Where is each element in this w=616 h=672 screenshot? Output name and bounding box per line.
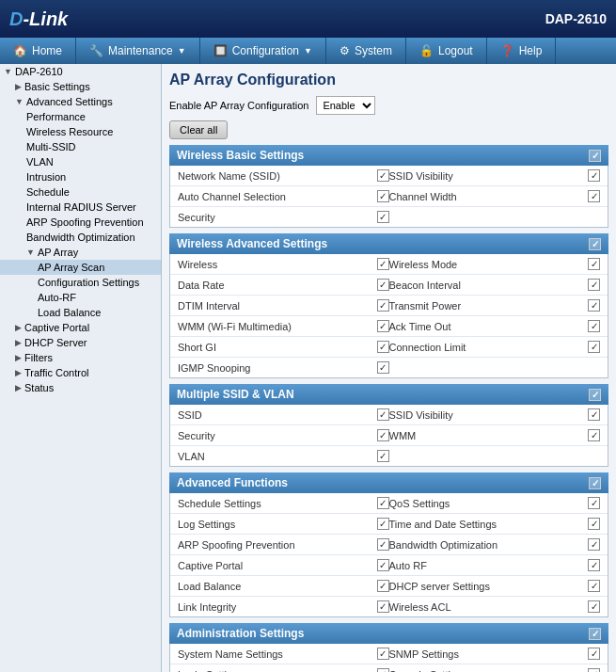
section-checkbox-1[interactable] bbox=[589, 238, 601, 250]
checkbox-left-1-5[interactable] bbox=[377, 361, 389, 374]
checkbox-right-1-1[interactable] bbox=[588, 279, 600, 291]
checkbox-right-3-4[interactable] bbox=[588, 580, 600, 592]
nav-configuration[interactable]: 🔲 Configuration ▼ bbox=[200, 38, 326, 64]
checkbox-left-1-4[interactable] bbox=[377, 341, 389, 353]
sidebar-item-bandwidth[interactable]: Bandwidth Optimization bbox=[0, 230, 161, 245]
sidebar-item-multi-ssid[interactable]: Multi-SSID bbox=[0, 139, 161, 154]
settings-cell-right-3-4: DHCP server Settings bbox=[389, 580, 601, 592]
sidebar-item-vlan[interactable]: VLAN bbox=[0, 154, 161, 169]
checkbox-right-1-2[interactable] bbox=[588, 299, 600, 312]
checkbox-right-2-0[interactable] bbox=[588, 408, 600, 421]
sidebar-item-load-balance[interactable]: Load Balance bbox=[0, 305, 161, 320]
clear-all-button[interactable]: Clear all bbox=[169, 120, 228, 139]
sidebar-label-status: Status bbox=[24, 382, 54, 393]
sidebar-item-ap-array-scan[interactable]: AP Array Scan bbox=[0, 260, 161, 275]
sidebar-item-filters[interactable]: ▶ Filters bbox=[0, 350, 161, 365]
checkbox-left-2-0[interactable] bbox=[377, 408, 389, 421]
section-checkbox-3[interactable] bbox=[589, 477, 601, 489]
checkbox-right-2-1[interactable] bbox=[588, 429, 600, 441]
checkbox-left-0-0[interactable] bbox=[377, 169, 389, 182]
checkbox-right-3-3[interactable] bbox=[588, 559, 600, 571]
navbar: 🏠 Home 🔧 Maintenance ▼ 🔲 Configuration ▼… bbox=[0, 38, 616, 64]
checkbox-left-2-1[interactable] bbox=[377, 429, 389, 441]
checkbox-right-0-0[interactable] bbox=[588, 169, 600, 182]
sidebar-item-radius[interactable]: Internal RADIUS Server bbox=[0, 200, 161, 215]
settings-row-3-4: Load BalanceDHCP server Settings bbox=[170, 576, 608, 597]
nav-help[interactable]: ❓ Help bbox=[487, 38, 557, 64]
section-title-1: Wireless Advanced Settings bbox=[177, 237, 583, 250]
section-checkbox-4[interactable] bbox=[589, 628, 601, 640]
settings-cell-right-3-0: QoS Settings bbox=[389, 497, 601, 509]
checkbox-left-3-4[interactable] bbox=[377, 580, 389, 592]
checkbox-left-0-2[interactable] bbox=[377, 211, 389, 223]
nav-home-label: Home bbox=[32, 44, 62, 57]
checkbox-left-4-0[interactable] bbox=[377, 648, 389, 660]
sidebar-item-captive-portal[interactable]: ▶ Captive Portal bbox=[0, 320, 161, 335]
checkbox-right-4-0[interactable] bbox=[588, 648, 600, 660]
checkbox-right-1-0[interactable] bbox=[588, 258, 600, 270]
checkbox-left-1-3[interactable] bbox=[377, 320, 389, 332]
checkbox-right-3-0[interactable] bbox=[588, 497, 600, 509]
checkbox-left-0-1[interactable] bbox=[377, 190, 389, 202]
cell-label-right-1-2: Transmit Power bbox=[389, 300, 583, 312]
sidebar-label-ap-array: AP Array bbox=[38, 247, 78, 258]
section-header-1: Wireless Advanced Settings bbox=[169, 233, 608, 254]
checkbox-right-3-2[interactable] bbox=[588, 538, 600, 551]
sidebar-item-basic-settings[interactable]: ▶ Basic Settings bbox=[0, 79, 161, 94]
checkbox-right-1-3[interactable] bbox=[588, 320, 600, 332]
sidebar-item-dap2610[interactable]: ▼ DAP-2610 bbox=[0, 64, 161, 79]
sidebar-item-status[interactable]: ▶ Status bbox=[0, 380, 161, 395]
settings-cell-right-4-1: Console Settings bbox=[389, 668, 601, 672]
checkbox-left-3-3[interactable] bbox=[377, 559, 389, 571]
checkbox-left-4-1[interactable] bbox=[377, 668, 389, 672]
checkbox-left-1-1[interactable] bbox=[377, 279, 389, 291]
cell-label-left-2-2: VLAN bbox=[178, 451, 371, 462]
settings-cell-left-1-2: DTIM Interval bbox=[178, 299, 389, 312]
sidebar-item-auto-rf[interactable]: Auto-RF bbox=[0, 290, 161, 305]
checkbox-left-3-5[interactable] bbox=[377, 600, 389, 613]
sidebar-item-config-settings[interactable]: Configuration Settings bbox=[0, 275, 161, 290]
sidebar-item-dhcp[interactable]: ▶ DHCP Server bbox=[0, 335, 161, 350]
sidebar-item-schedule[interactable]: Schedule bbox=[0, 184, 161, 200]
nav-system[interactable]: ⚙ System bbox=[326, 38, 406, 64]
sidebar-label-arp: ARP Spoofing Prevention bbox=[26, 216, 144, 228]
cell-label-right-4-1: Console Settings bbox=[389, 669, 583, 673]
checkbox-right-1-4[interactable] bbox=[588, 341, 600, 353]
settings-cell-left-3-2: ARP Spoofing Prevention bbox=[178, 538, 389, 551]
checkbox-right-4-1[interactable] bbox=[588, 668, 600, 672]
section-header-4: Administration Settings bbox=[169, 623, 608, 644]
cell-label-right-3-2: Bandwidth Optimization bbox=[389, 539, 583, 551]
checkbox-right-3-1[interactable] bbox=[588, 518, 600, 530]
section-checkbox-0[interactable] bbox=[589, 150, 601, 162]
home-icon: 🏠 bbox=[13, 44, 27, 57]
checkbox-left-2-2[interactable] bbox=[377, 450, 389, 462]
settings-cell-left-3-3: Captive Portal bbox=[178, 559, 389, 571]
settings-cell-right-3-5: Wireless ACL bbox=[389, 600, 601, 613]
settings-cell-left-4-1: Login Settings bbox=[178, 668, 389, 672]
nav-maintenance[interactable]: 🔧 Maintenance ▼ bbox=[76, 38, 200, 64]
checkbox-left-3-2[interactable] bbox=[377, 538, 389, 551]
checkbox-left-3-1[interactable] bbox=[377, 518, 389, 530]
tools-icon: 🔧 bbox=[89, 44, 103, 57]
sidebar-item-intrusion[interactable]: Intrusion bbox=[0, 169, 161, 184]
checkbox-left-1-0[interactable] bbox=[377, 258, 389, 270]
sidebar-item-wireless-resource[interactable]: Wireless Resource bbox=[0, 124, 161, 139]
settings-row-1-4: Short GIConnection Limit bbox=[170, 337, 608, 358]
cell-label-left-2-1: Security bbox=[178, 430, 371, 441]
sidebar-item-advanced-settings[interactable]: ▼ Advanced Settings bbox=[0, 94, 161, 109]
config-enable-select[interactable]: Enable Disable bbox=[316, 96, 375, 115]
checkbox-right-0-1[interactable] bbox=[588, 190, 600, 202]
checkbox-left-3-0[interactable] bbox=[377, 497, 389, 509]
section-checkbox-2[interactable] bbox=[589, 389, 601, 401]
checkbox-right-3-5[interactable] bbox=[588, 600, 600, 613]
sidebar-item-traffic[interactable]: ▶ Traffic Control bbox=[0, 365, 161, 380]
checkbox-left-1-2[interactable] bbox=[377, 299, 389, 312]
nav-home[interactable]: 🏠 Home bbox=[0, 38, 76, 64]
sidebar-item-ap-array[interactable]: ▼ AP Array bbox=[0, 245, 161, 260]
sidebar-item-arp[interactable]: ARP Spoofing Prevention bbox=[0, 215, 161, 230]
settings-cell-left-3-0: Schedule Settings bbox=[178, 497, 389, 509]
settings-cell-right-2-1: WMM bbox=[389, 429, 601, 441]
cell-label-left-3-2: ARP Spoofing Prevention bbox=[178, 539, 371, 551]
nav-logout[interactable]: 🔓 Logout bbox=[406, 38, 487, 64]
sidebar-item-performance[interactable]: Performance bbox=[0, 109, 161, 124]
